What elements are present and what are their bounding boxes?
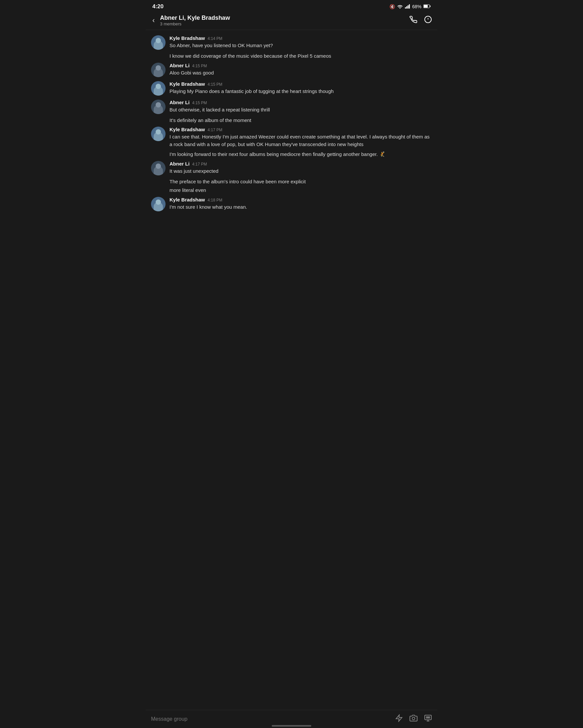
message-header: Abner Li 4:15 PM — [170, 63, 432, 68]
message-row: Kyle Bradshaw 4:14 PM So Abner, have you… — [146, 33, 437, 52]
message-row: Kyle Bradshaw 4:15 PM Playing My Piano d… — [146, 79, 437, 98]
message-text: more literal even — [170, 187, 432, 194]
sender-name: Abner Li — [170, 63, 189, 68]
avatar-kyle — [151, 127, 166, 141]
back-button[interactable]: ‹ — [151, 15, 156, 26]
member-count: 3 members — [160, 21, 406, 26]
message-header: Kyle Bradshaw 4:18 PM — [170, 197, 432, 203]
message-header: Kyle Bradshaw 4:17 PM — [170, 127, 432, 132]
message-text: Playing My Piano does a fantastic job of… — [170, 88, 432, 95]
status-bar: 4:20 🔇 68% — [146, 0, 437, 12]
battery-indicator: 68% — [412, 4, 422, 9]
message-text: So Abner, have you listened to OK Human … — [170, 42, 432, 49]
message-time: 4:18 PM — [208, 198, 223, 203]
call-button[interactable] — [409, 16, 417, 25]
message-row: Abner Li 4:15 PM But otherwise, it lacke… — [146, 98, 437, 116]
message-text: It's definitely an album of the moment — [170, 117, 432, 124]
message-text: I'm looking forward to their next four a… — [170, 151, 432, 158]
message-continuation: I know we did coverage of the music vide… — [146, 52, 437, 61]
avatar-abner — [151, 161, 166, 175]
message-time: 4:17 PM — [208, 128, 223, 132]
sender-name: Kyle Bradshaw — [170, 81, 205, 87]
message-content: Kyle Bradshaw 4:18 PM I'm not sure I kno… — [170, 197, 432, 211]
messages-container: Kyle Bradshaw 4:14 PM So Abner, have you… — [146, 30, 437, 243]
message-time: 4:17 PM — [192, 162, 207, 166]
svg-rect-1 — [406, 6, 407, 8]
message-time: 4:15 PM — [192, 63, 207, 68]
sender-name: Kyle Bradshaw — [170, 127, 205, 132]
message-content: Abner Li 4:17 PM It was just unexpected — [170, 161, 432, 175]
signal-icon — [405, 4, 410, 9]
message-content: Abner Li 4:15 PM But otherwise, it lacke… — [170, 100, 432, 114]
message-continuation: I'm looking forward to their next four a… — [146, 150, 437, 159]
message-content: Kyle Bradshaw 4:14 PM So Abner, have you… — [170, 35, 432, 49]
avatar-abner — [151, 100, 166, 114]
sender-name: Kyle Bradshaw — [170, 197, 205, 203]
header-actions — [409, 16, 432, 25]
sender-name: Abner Li — [170, 161, 189, 166]
message-header: Kyle Bradshaw 4:15 PM — [170, 81, 432, 87]
message-continuation: The preface to the album's intro could h… — [146, 177, 437, 186]
svg-rect-2 — [408, 5, 409, 8]
message-time: 4:14 PM — [208, 36, 223, 41]
svg-rect-5 — [430, 6, 431, 7]
message-text: I know we did coverage of the music vide… — [170, 52, 432, 60]
avatar-kyle — [151, 197, 166, 211]
message-content: Kyle Bradshaw 4:17 PM I can see that. Ho… — [170, 127, 432, 148]
message-continuation: It's definitely an album of the moment — [146, 116, 437, 125]
avatar-kyle — [151, 81, 166, 96]
message-text: But otherwise, it lacked a repeat listen… — [170, 106, 432, 114]
info-button[interactable] — [424, 16, 432, 25]
svg-rect-0 — [405, 7, 406, 8]
svg-rect-3 — [409, 4, 410, 8]
avatar-kyle — [151, 35, 166, 50]
message-row: Kyle Bradshaw 4:17 PM I can see that. Ho… — [146, 125, 437, 150]
message-row: Abner Li 4:17 PM It was just unexpected — [146, 159, 437, 177]
message-header: Abner Li 4:17 PM — [170, 161, 432, 166]
message-header: Abner Li 4:15 PM — [170, 100, 432, 105]
message-text: I'm not sure I know what you mean. — [170, 203, 432, 211]
message-content: Abner Li 4:15 PM Aloo Gobi was good — [170, 63, 432, 77]
chat-title: Abner Li, Kyle Bradshaw — [160, 15, 406, 21]
message-text: It was just unexpected — [170, 167, 432, 175]
chat-header: ‹ Abner Li, Kyle Bradshaw 3 members — [146, 12, 437, 30]
status-time: 4:20 — [152, 3, 163, 10]
mute-icon: 🔇 — [389, 4, 395, 9]
message-header: Kyle Bradshaw 4:14 PM — [170, 35, 432, 41]
message-time: 4:15 PM — [192, 101, 207, 105]
status-icons: 🔇 68% — [389, 4, 431, 9]
svg-rect-6 — [424, 5, 428, 7]
avatar-abner — [151, 63, 166, 77]
wifi-icon — [397, 4, 403, 9]
sender-name: Abner Li — [170, 100, 189, 105]
battery-icon — [423, 4, 431, 9]
message-continuation: more literal even — [146, 186, 437, 195]
sender-name: Kyle Bradshaw — [170, 35, 205, 41]
message-text: I can see that. Honestly I'm just amazed… — [170, 133, 432, 148]
message-text: Aloo Gobi was good — [170, 69, 432, 77]
message-text: The preface to the album's intro could h… — [170, 178, 432, 186]
header-info: Abner Li, Kyle Bradshaw 3 members — [160, 15, 406, 26]
message-content: Kyle Bradshaw 4:15 PM Playing My Piano d… — [170, 81, 432, 95]
message-row: Abner Li 4:15 PM Aloo Gobi was good — [146, 61, 437, 79]
message-row: Kyle Bradshaw 4:18 PM I'm not sure I kno… — [146, 195, 437, 213]
message-time: 4:15 PM — [208, 82, 223, 87]
